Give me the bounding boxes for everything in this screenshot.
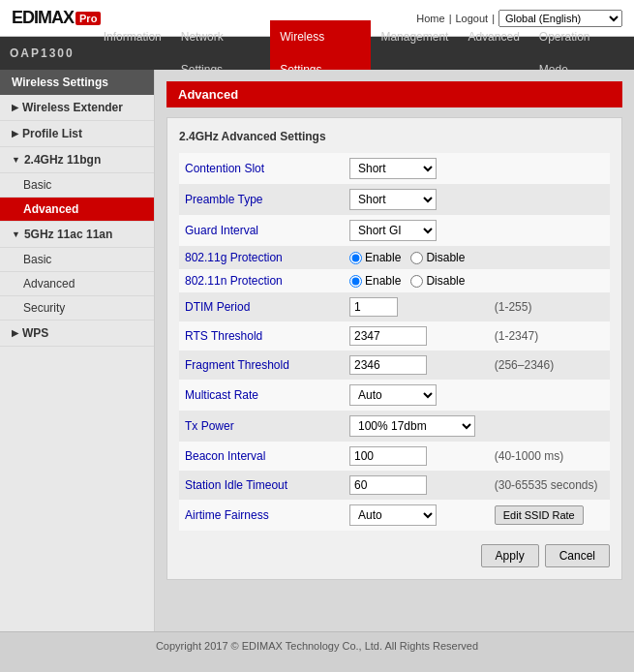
sidebar-label: 2.4GHz 11bgn — [24, 153, 101, 167]
settings-table: Contention Slot Short Long Preamble Type — [179, 153, 610, 531]
field-value — [344, 321, 489, 351]
radio-group-11n: Enable Disable — [349, 274, 483, 288]
field-label: RTS Threshold — [179, 321, 344, 351]
preamble-type-select[interactable]: Short Long — [349, 189, 437, 210]
sidebar-item-profile-list[interactable]: ▶ Profile List — [0, 121, 154, 147]
disable-label-11g[interactable]: Disable — [410, 251, 465, 264]
sidebar-header: Wireless Settings — [0, 70, 154, 95]
chevron-icon: ▶ — [12, 328, 18, 338]
multicast-rate-select[interactable]: Auto 1Mbps 2Mbps 5.5Mbps 11Mbps — [349, 384, 437, 406]
field-value: Auto Enable Disable — [344, 500, 489, 531]
enable-label-11n[interactable]: Enable — [349, 274, 401, 288]
table-row: Beacon Interval (40-1000 ms) — [179, 442, 610, 471]
field-value: Auto 1Mbps 2Mbps 5.5Mbps 11Mbps — [344, 380, 489, 411]
enable-radio-11n[interactable] — [349, 275, 362, 288]
table-row: Station Idle Timeout (30-65535 seconds) — [179, 471, 610, 500]
table-row: Fragment Threshold (256–2346) — [179, 351, 610, 380]
fragment-threshold-input[interactable] — [349, 355, 427, 375]
enable-label-11g[interactable]: Enable — [349, 251, 401, 264]
button-row: Apply Cancel — [179, 544, 610, 567]
field-hint: (30-65535 seconds) — [489, 471, 610, 500]
chevron-icon: ▶ — [12, 103, 18, 112]
sidebar-item-5ghz[interactable]: ▼ 5GHz 11ac 11an — [0, 222, 154, 248]
table-row: RTS Threshold (1-2347) — [179, 321, 610, 351]
sidebar-item-5ghz-security[interactable]: Security — [0, 296, 154, 321]
field-value: Short Long — [344, 184, 489, 215]
field-label: Contention Slot — [179, 153, 344, 184]
sidebar-label: WPS — [22, 326, 48, 340]
field-label: Guard Interval — [179, 215, 344, 246]
table-row: DTIM Period (1-255) — [179, 292, 610, 321]
sidebar-item-5ghz-advanced[interactable]: Advanced — [0, 272, 154, 296]
logo-text: EDIMAX — [12, 8, 74, 28]
apply-button[interactable]: Apply — [481, 544, 539, 567]
table-row: Contention Slot Short Long — [179, 153, 610, 184]
sidebar-label: Wireless Extender — [22, 101, 123, 114]
field-value: Enable Disable — [344, 246, 489, 269]
field-hint: (1-2347) — [489, 321, 610, 351]
table-row: Airtime Fairness Auto Enable Disable Edi… — [179, 500, 610, 531]
chevron-icon: ▼ — [12, 155, 20, 165]
table-row: 802.11g Protection Enable Disable — [179, 246, 610, 269]
sidebar-label: Profile List — [22, 127, 82, 140]
sidebar-item-wireless-extender[interactable]: ▶ Wireless Extender — [0, 95, 154, 121]
field-label: Preamble Type — [179, 184, 344, 215]
field-hint: (1-255) — [489, 292, 610, 321]
field-label: Multicast Rate — [179, 380, 344, 411]
radio-group-11g: Enable Disable — [349, 251, 483, 264]
field-label: Tx Power — [179, 411, 344, 442]
dtim-period-input[interactable] — [349, 297, 398, 317]
table-row: 802.11n Protection Enable Disable — [179, 269, 610, 292]
field-label: 802.11g Protection — [179, 246, 344, 269]
field-label: Beacon Interval — [179, 442, 344, 471]
table-row: Tx Power 100% 17dbm 75% 50% 25% — [179, 411, 610, 442]
station-idle-timeout-input[interactable] — [349, 475, 427, 495]
contention-slot-select[interactable]: Short Long — [349, 158, 437, 179]
airtime-fairness-select[interactable]: Auto Enable Disable — [349, 504, 437, 526]
main: Advanced 2.4GHz Advanced Settings Conten… — [155, 70, 634, 631]
footer-text: Copyright 2017 © EDIMAX Technology Co., … — [156, 640, 478, 652]
edit-ssid-rate-button[interactable]: Edit SSID Rate — [495, 505, 584, 525]
brand-label: OAP1300 — [10, 46, 75, 60]
logo: EDIMAX Pro — [12, 8, 101, 28]
beacon-interval-input[interactable] — [349, 446, 427, 466]
section-title: 2.4GHz Advanced Settings — [179, 130, 610, 143]
field-value: 100% 17dbm 75% 50% 25% — [344, 411, 489, 442]
chevron-icon: ▼ — [12, 229, 20, 239]
field-value: Short GI Long GI — [344, 215, 489, 246]
sidebar-item-2ghz-basic[interactable]: Basic — [0, 173, 154, 198]
footer: Copyright 2017 © EDIMAX Technology Co., … — [0, 631, 634, 659]
field-label: Airtime Fairness — [179, 500, 344, 531]
content: Wireless Settings ▶ Wireless Extender ▶ … — [0, 70, 634, 631]
field-label: Station Idle Timeout — [179, 471, 344, 500]
enable-radio-11g[interactable] — [349, 252, 362, 264]
sidebar-item-2ghz-advanced[interactable]: Advanced — [0, 198, 154, 222]
page-header: Advanced — [166, 81, 622, 107]
field-hint: (40-1000 ms) — [489, 442, 610, 471]
disable-radio-11g[interactable] — [410, 252, 423, 264]
table-row: Guard Interval Short GI Long GI — [179, 215, 610, 246]
sidebar-item-2ghz[interactable]: ▼ 2.4GHz 11bgn — [0, 147, 154, 173]
disable-label-11n[interactable]: Disable — [410, 274, 465, 288]
field-label: Fragment Threshold — [179, 351, 344, 380]
guard-interval-select[interactable]: Short GI Long GI — [349, 220, 437, 241]
sidebar-label: 5GHz 11ac 11an — [24, 228, 112, 241]
cancel-button[interactable]: Cancel — [545, 544, 610, 567]
table-row: Multicast Rate Auto 1Mbps 2Mbps 5.5Mbps … — [179, 380, 610, 411]
field-hint: (256–2346) — [489, 351, 610, 380]
rts-threshold-input[interactable] — [349, 326, 427, 346]
tx-power-select[interactable]: 100% 17dbm 75% 50% 25% — [349, 415, 475, 437]
chevron-icon: ▶ — [12, 129, 18, 138]
field-value: Enable Disable — [344, 269, 489, 292]
field-value — [344, 471, 489, 500]
field-value: Short Long — [344, 153, 489, 184]
topnav: OAP1300 Information Network Settings Wir… — [0, 37, 634, 70]
disable-radio-11n[interactable] — [410, 275, 423, 288]
field-label: DTIM Period — [179, 292, 344, 321]
sidebar-item-5ghz-basic[interactable]: Basic — [0, 248, 154, 272]
field-value — [344, 442, 489, 471]
sidebar-item-wps[interactable]: ▶ WPS — [0, 321, 154, 347]
field-label: 802.11n Protection — [179, 269, 344, 292]
sidebar: Wireless Settings ▶ Wireless Extender ▶ … — [0, 70, 155, 631]
table-row: Preamble Type Short Long — [179, 184, 610, 215]
